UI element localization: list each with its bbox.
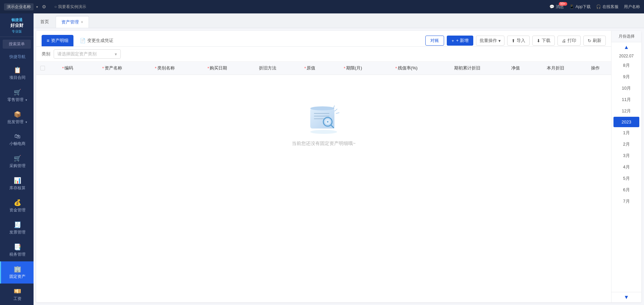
select-all-checkbox[interactable] — [40, 66, 45, 70]
add-button[interactable]: + + 新增 — [447, 36, 473, 46]
sidebar-item-label: 小畅电商 — [9, 141, 25, 146]
year-2023[interactable]: 2023 — [613, 117, 639, 127]
month-nav-up[interactable]: ▲ — [622, 44, 631, 51]
month-2[interactable]: 2月 — [611, 139, 641, 150]
search-menu-button[interactable]: 搜索菜单 — [3, 40, 31, 49]
sidebar-item-quick-nav[interactable]: 快捷导航 — [0, 51, 34, 62]
th-category-name: * 类别名称 — [139, 62, 191, 75]
month-picker-footer: ▼ — [611, 292, 641, 302]
print-button[interactable]: 🖨 打印 — [557, 36, 581, 46]
inventory-icon: 📊 — [1, 177, 34, 184]
page-content: ≡ 资产明细 📄 变更生成凭证 对账 + + 新增 — [36, 31, 641, 302]
th-accumulated-depreciation: 期初累计折旧 — [435, 62, 500, 75]
empty-illustration — [304, 102, 344, 135]
month-picker-header: 月份选择 — [611, 31, 641, 42]
sidebar-item-wholesale[interactable]: 📦 批发管理 — [0, 107, 34, 129]
sidebar-item-label: 固定资产 — [9, 274, 25, 279]
sidebar-item-ecommerce[interactable]: 🛍 小畅电商 — [0, 129, 34, 151]
tax-icon: 📑 — [1, 243, 34, 251]
sidebar-item-retail[interactable]: 🛒 零售管理 — [0, 85, 34, 107]
batch-arrow-icon: ▾ — [498, 38, 501, 43]
th-period-months: * 期限(月) — [328, 62, 378, 75]
main-layout: 畅捷通 好业财 专业版 搜索菜单 快捷导航 📋 项目合同 🛒 零售管理 📦 批发… — [0, 13, 644, 305]
required-star: * — [207, 66, 209, 71]
category-select[interactable]: 请选择固定资产类别 ▾ — [54, 49, 121, 59]
sidebar-item-capital[interactable]: 💰 资金管理 — [0, 195, 34, 217]
filter-category-label: 类别 — [42, 51, 50, 57]
import-button[interactable]: ⬆ 导入 — [507, 36, 530, 46]
th-depreciation-method: 折旧方法 — [244, 62, 292, 75]
content-area: 首页 资产管理 × ≡ 资产明细 📄 变更生成凭证 — [34, 13, 644, 305]
settings-icon[interactable]: ⚙ — [42, 4, 46, 9]
app-name: 畅捷通 好业财 — [10, 17, 23, 29]
add-icon: + — [451, 38, 454, 43]
required-star: * — [155, 66, 157, 71]
month-list: 8月 9月 10月 11月 12月 2023 1月 2月 3月 4月 5月 6月… — [611, 60, 641, 292]
online-service-button[interactable]: 🎧 在线客服 — [596, 4, 619, 10]
tab-close-icon[interactable]: × — [81, 20, 83, 24]
required-star: * — [102, 66, 104, 71]
th-monthly-depreciation: 本月折旧 — [531, 62, 580, 75]
user-info[interactable]: 用户名称 — [624, 4, 640, 10]
demo-link[interactable]: ○ 我要看实例演示 — [54, 4, 86, 10]
demo-icon: ○ — [54, 4, 57, 9]
sidebar-item-purchase[interactable]: 🛒 采购管理 — [0, 151, 34, 173]
month-7[interactable]: 7月 — [611, 196, 641, 207]
month-6[interactable]: 6月 — [611, 184, 641, 196]
sub-tab-change-voucher[interactable]: 📄 变更生成凭证 — [75, 35, 118, 46]
sidebar-item-invoice[interactable]: 🧾 发票管理 — [0, 217, 34, 239]
th-residual-rate: * 残值率(%) — [378, 62, 435, 75]
company-name[interactable]: 演示企业名称 — [4, 3, 34, 10]
tab-asset-management[interactable]: 资产管理 × — [56, 16, 89, 28]
download-button[interactable]: ⬇ 下载 — [532, 36, 555, 46]
topbar-right: 💬 消息 99+ 📱 App下载 🎧 在线客服 用户名称 — [549, 4, 640, 10]
download-icon: ⬇ — [537, 38, 540, 43]
sidebar-item-label: 采购管理 — [9, 163, 25, 168]
month-3[interactable]: 3月 — [611, 150, 641, 161]
refresh-icon: ↻ — [588, 38, 591, 43]
voucher-icon: 📄 — [80, 38, 86, 43]
sidebar-item-project-contract[interactable]: 📋 项目合同 — [0, 62, 34, 85]
sub-tab-asset-detail[interactable]: ≡ 资产明细 — [42, 35, 73, 46]
month-11[interactable]: 11月 — [611, 94, 641, 105]
month-4[interactable]: 4月 — [611, 161, 641, 173]
topbar-left: 演示企业名称 ▾ ⚙ ○ 我要看实例演示 — [4, 3, 86, 10]
sub-tab-bar: ≡ 资产明细 📄 变更生成凭证 对账 + + 新增 — [36, 31, 611, 47]
quick-nav-label: 快捷导航 — [9, 54, 25, 59]
empty-state: 当前您还没有固定资产明细哦~ — [36, 75, 611, 173]
th-net-value: 净值 — [500, 62, 531, 75]
required-star: * — [304, 66, 306, 71]
required-star: * — [344, 66, 345, 71]
sidebar-item-label: 零售管理 — [7, 97, 23, 102]
reconcile-button[interactable]: 对账 — [425, 36, 444, 46]
th-original-value: * 原值 — [292, 62, 328, 75]
sidebar: 畅捷通 好业财 专业版 搜索菜单 快捷导航 📋 项目合同 🛒 零售管理 📦 批发… — [0, 13, 34, 305]
month-9[interactable]: 9月 — [611, 71, 641, 83]
month-5[interactable]: 5月 — [611, 173, 641, 184]
tab-home[interactable]: 首页 — [34, 16, 56, 28]
sidebar-item-label: 库存核算 — [9, 186, 25, 190]
refresh-button[interactable]: ↻ 刷新 — [583, 36, 606, 46]
sidebar-item-label: 项目合同 — [9, 75, 25, 80]
th-asset-name: * 资产名称 — [86, 62, 139, 75]
svg-line-10 — [335, 109, 337, 111]
month-12[interactable]: 12月 — [611, 105, 641, 117]
empty-row: 当前您还没有固定资产明细哦~ — [36, 75, 611, 174]
svg-point-9 — [327, 121, 328, 122]
company-dropdown-icon[interactable]: ▾ — [36, 5, 38, 9]
month-nav-down[interactable]: ▼ — [622, 294, 631, 301]
sidebar-item-inventory[interactable]: 📊 库存核算 — [0, 173, 34, 195]
month-8[interactable]: 8月 — [611, 60, 641, 71]
month-10[interactable]: 10月 — [611, 83, 641, 94]
sidebar-item-payroll[interactable]: 💴 工资 — [0, 284, 34, 305]
sidebar-item-tax[interactable]: 📑 税务管理 — [0, 239, 34, 261]
app-download-button[interactable]: 📱 App下载 — [569, 4, 591, 10]
sidebar-item-label: 批发管理 — [7, 119, 23, 124]
capital-icon: 💰 — [1, 199, 34, 206]
message-button[interactable]: 💬 消息 99+ — [549, 4, 564, 10]
batch-operation-button[interactable]: 批量操作 ▾ — [476, 36, 504, 46]
sidebar-item-fixed-assets[interactable]: 🏢 固定资产 — [0, 261, 34, 284]
th-operation: 操作 — [579, 62, 611, 75]
filter-bar: 类别 请选择固定资产类别 ▾ — [36, 47, 611, 62]
month-1[interactable]: 1月 — [611, 127, 641, 139]
